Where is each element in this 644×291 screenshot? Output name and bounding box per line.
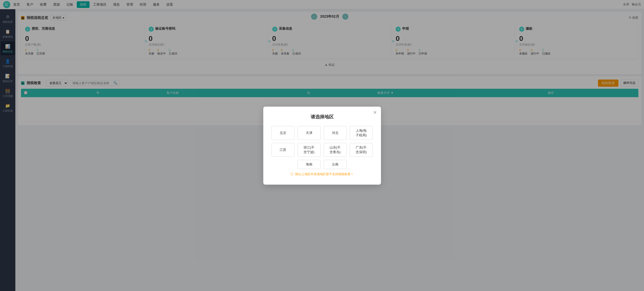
modal-close-btn[interactable]: ✕ <box>373 110 377 115</box>
region-row-2: 江苏 浙江(不含宁波) 山东(不含青岛) 广东(不含深圳) <box>272 143 372 157</box>
warning-text: 除以上地区外其他地区暂不支持报税检查！ <box>295 172 354 176</box>
warning-icon: ⓘ <box>290 172 293 176</box>
region-btn-hainan[interactable]: 海南 <box>298 160 321 169</box>
modal-overlay: ✕ 请选择地区 北京 天津 河北 上海(电子税局) 江苏 浙江(不含宁波) 山东… <box>0 0 644 291</box>
region-btn-guangdong[interactable]: 广东(不含深圳) <box>350 143 373 157</box>
region-modal: ✕ 请选择地区 北京 天津 河北 上海(电子税局) 江苏 浙江(不含宁波) 山东… <box>263 107 381 185</box>
region-btn-jiangsu[interactable]: 江苏 <box>271 143 294 157</box>
region-btn-yunnan[interactable]: 云南 <box>324 160 347 169</box>
region-btn-hebei[interactable]: 河北 <box>324 126 347 140</box>
region-btn-tianjin[interactable]: 天津 <box>298 126 321 140</box>
modal-title: 请选择地区 <box>272 114 372 120</box>
region-btn-beijing[interactable]: 北京 <box>271 126 294 140</box>
region-btn-shandong[interactable]: 山东(不含青岛) <box>324 143 347 157</box>
modal-warning: ⓘ 除以上地区外其他地区暂不支持报税检查！ <box>272 172 372 176</box>
region-btn-zhejiang[interactable]: 浙江(不含宁波) <box>298 143 321 157</box>
region-btn-shanghai[interactable]: 上海(电子税局) <box>350 126 373 140</box>
region-row-3: 海南 云南 <box>272 160 372 169</box>
region-row-1: 北京 天津 河北 上海(电子税局) <box>272 126 372 140</box>
